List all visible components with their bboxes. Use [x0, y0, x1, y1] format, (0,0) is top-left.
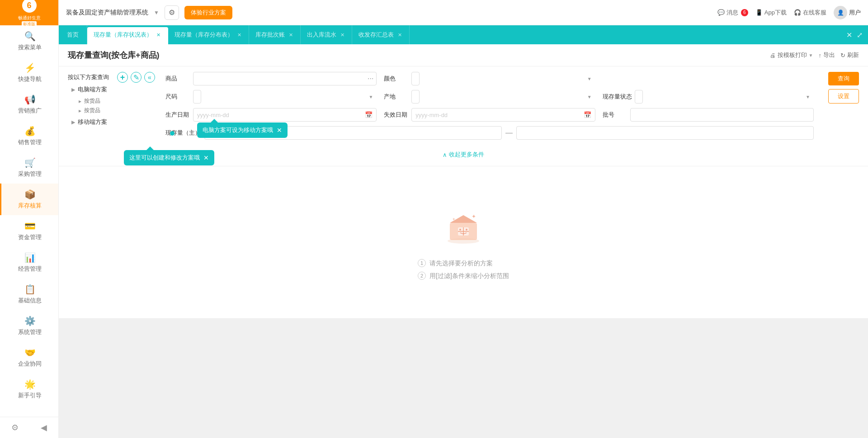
basic-icon: 📋	[24, 284, 36, 295]
sidebar-footer: ⚙ ◀	[0, 417, 58, 438]
tab-close-inventory-status[interactable]: ✕	[155, 32, 161, 38]
product-dots[interactable]: ···	[368, 75, 373, 83]
user-action[interactable]: 👤 用户	[834, 6, 861, 19]
origin-select[interactable]	[411, 90, 420, 104]
tab-inventory-status[interactable]: 现存量（库存状况表） ✕	[87, 27, 168, 44]
tab-close-inventory-dist[interactable]: ✕	[236, 32, 242, 38]
empty-step-2: 2 用[过滤]条件来缩小分析范围	[418, 269, 509, 282]
size-select[interactable]	[193, 90, 201, 104]
topbar-settings-btn[interactable]: ⚙	[165, 5, 179, 20]
sidebar-item-inventory[interactable]: 📦 库存核算	[0, 184, 58, 215]
finance-icon: 💳	[24, 221, 36, 231]
phone-icon: 📱	[755, 9, 763, 16]
sidebar-item-enterprise[interactable]: 🤝 企业协同	[0, 342, 58, 373]
expand-icon[interactable]: ⤢	[857, 31, 863, 39]
collapse-btn[interactable]: ∧ 收起更多条件	[443, 151, 484, 159]
tab-batch-ledger[interactable]: 库存批次账 ✕	[249, 25, 301, 44]
sidebar-item-label: 销售管理	[18, 138, 42, 146]
settings-icon[interactable]: ⚙	[11, 423, 19, 433]
stock-main-to[interactable]	[516, 126, 814, 140]
origin-label: 产地	[384, 93, 409, 101]
tab-collect-summary[interactable]: 收发存汇总表 ✕	[352, 25, 410, 44]
empty-steps: 1 请先选择要分析的方案 2 用[过滤]条件来缩小分析范围	[418, 257, 509, 282]
user-label: 用户	[849, 9, 861, 17]
sidebar-item-finance[interactable]: 💳 资金管理	[0, 215, 58, 247]
tab-close-collect-summary[interactable]: ✕	[396, 32, 403, 38]
reset-btn[interactable]: 设置	[828, 89, 859, 104]
system-name: 装备及固定资产辅助管理系统	[66, 9, 148, 17]
sidebar-item-quicknav[interactable]: ⚡ 快捷导航	[0, 57, 58, 89]
system-dropdown-icon[interactable]: ▼	[154, 9, 159, 16]
color-chevron-icon: ▼	[587, 76, 592, 81]
sales-icon: 💰	[24, 126, 36, 137]
desktop-scheme-arrow: ▶	[71, 87, 75, 93]
marketing-icon: 📢	[24, 94, 36, 105]
print-icon: 🖨	[770, 52, 776, 59]
tooltip-connector-dot	[170, 131, 175, 136]
export-btn[interactable]: ↑ 导出	[819, 51, 835, 59]
back-scheme-icon[interactable]: «	[144, 72, 155, 83]
print-label: 按模板打印	[778, 51, 807, 59]
tooltip-2-close[interactable]: ✕	[203, 154, 209, 161]
svg-text:✦: ✦	[472, 213, 476, 220]
origin-chevron-icon: ▼	[587, 94, 592, 99]
print-btn[interactable]: 🖨 按模板打印 ▼	[770, 51, 813, 59]
desktop-scheme-sub2[interactable]: ▸ 按货品	[79, 107, 158, 114]
sidebar-item-system[interactable]: ⚙️ 系统管理	[0, 310, 58, 342]
empty-state: ✦ ✦ 1 请先选择要分析的方案 2 用[过滤]条件来缩小分析范围	[59, 166, 868, 318]
sidebar-item-marketing[interactable]: 📢 营销推广	[0, 89, 58, 120]
query-btn[interactable]: 查询	[828, 72, 859, 85]
tab-close-batch-ledger[interactable]: ✕	[288, 32, 294, 38]
tab-home[interactable]: 首页	[59, 25, 87, 44]
mfg-date-calendar-icon: 📅	[365, 111, 373, 118]
product-label: 商品	[165, 75, 190, 83]
exp-date-placeholder: yyyy-mm-dd	[415, 112, 448, 118]
batch-input[interactable]	[630, 108, 814, 122]
message-action[interactable]: 💬 消息 6	[717, 9, 748, 17]
message-badge: 6	[741, 9, 748, 16]
purchase-icon: 🛒	[24, 157, 36, 168]
color-select[interactable]	[411, 72, 420, 85]
mfg-date-input[interactable]: yyyy-mm-dd 📅	[193, 108, 377, 122]
collapse-sidebar-icon[interactable]: ◀	[41, 423, 47, 433]
stock-status-select[interactable]	[635, 90, 643, 104]
tooltip-1-close[interactable]: ✕	[277, 127, 282, 134]
sidebar-item-purchase[interactable]: 🛒 采购管理	[0, 152, 58, 184]
step-1-num: 1	[418, 259, 426, 267]
message-label: 消息	[726, 9, 738, 17]
add-scheme-icon[interactable]: +	[117, 72, 128, 83]
close-all-tabs-icon[interactable]: ✕	[846, 31, 852, 39]
guide-icon: 🌟	[24, 379, 36, 390]
app-download-action[interactable]: 📱 App下载	[755, 9, 787, 17]
desktop-scheme-sub1[interactable]: ▸ 按货品	[79, 97, 158, 105]
headset-icon: 🎧	[794, 9, 801, 16]
exp-date-input[interactable]: yyyy-mm-dd 📅	[411, 108, 595, 122]
stock-status-label: 现存量状态	[603, 93, 632, 101]
quicknav-icon: ⚡	[24, 62, 36, 73]
empty-step-1: 1 请先选择要分析的方案	[418, 257, 509, 269]
mobile-scheme-item[interactable]: ▶ 移动端方案	[71, 118, 158, 126]
mobile-scheme-arrow: ▶	[71, 119, 75, 125]
stock-main-separator: —	[505, 129, 513, 137]
exp-date-label: 失效日期	[384, 111, 409, 119]
tab-inventory-dist[interactable]: 现存量（库存分布表） ✕	[168, 25, 249, 44]
sidebar-item-label: 经营管理	[18, 265, 42, 273]
step-1-text: 请先选择要分析的方案	[429, 257, 493, 269]
mfg-date-placeholder: yyyy-mm-dd	[197, 112, 229, 118]
sidebar-item-operations[interactable]: 📊 经营管理	[0, 247, 58, 278]
trial-btn[interactable]: 体验行业方案	[184, 6, 232, 19]
logo-text: 畅通好生意	[18, 15, 41, 21]
tabbar: 首页 现存量（库存状况表） ✕ 现存量（库存分布表） ✕ 库存批次账 ✕ 出入库…	[59, 25, 868, 44]
sidebar-item-guide[interactable]: 🌟 新手引导	[0, 373, 58, 405]
desktop-scheme-item[interactable]: ▶ 电脑端方案	[71, 85, 158, 94]
sidebar-item-search[interactable]: 🔍 搜索菜单	[0, 25, 58, 57]
tab-close-inout-flow[interactable]: ✕	[339, 32, 345, 38]
inventory-icon: 📦	[24, 189, 36, 200]
support-action[interactable]: 🎧 在线客服	[794, 9, 826, 17]
edit-scheme-icon[interactable]: ✎	[131, 72, 142, 83]
exp-date-calendar-icon: 📅	[584, 111, 591, 118]
sidebar-item-sales[interactable]: 💰 销售管理	[0, 120, 58, 152]
sidebar-item-basic[interactable]: 📋 基础信息	[0, 278, 58, 310]
tab-inout-flow[interactable]: 出入库流水 ✕	[301, 25, 352, 44]
refresh-btn[interactable]: ↻ 刷新	[840, 51, 859, 59]
